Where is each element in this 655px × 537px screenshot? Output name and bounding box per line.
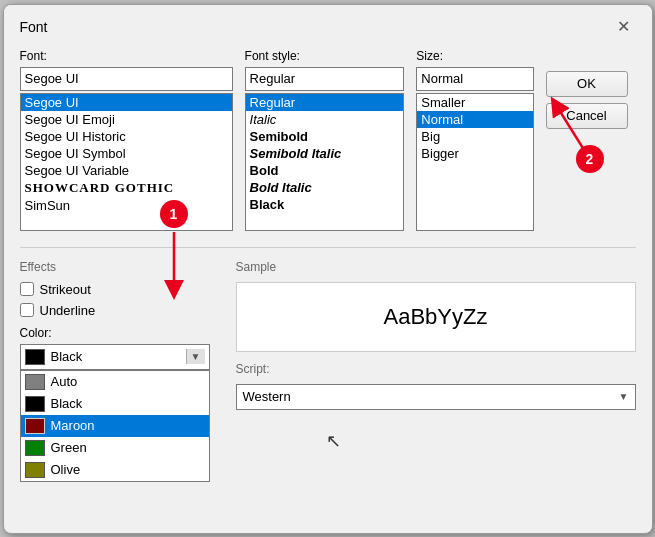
color-swatch-olive [25,462,45,478]
sample-label: Sample [236,260,636,274]
size-column: Size: Smaller Normal Big Bigger [416,49,533,231]
color-option-black[interactable]: Black [21,393,209,415]
annotation-2: 2 [576,145,604,173]
color-swatch-black [25,396,45,412]
script-dropdown-btn[interactable]: Western ▼ [236,384,636,410]
color-dropdown-btn[interactable]: Black ▼ [20,344,210,370]
list-item[interactable]: Segoe UI Symbol [21,145,232,162]
style-input[interactable] [245,67,405,91]
script-dropdown[interactable]: Western ▼ [236,384,636,410]
list-item[interactable]: Segoe UI Emoji [21,111,232,128]
color-dropdown[interactable]: Black ▼ Auto Black [20,344,210,370]
list-item[interactable]: Segoe UI [21,94,232,111]
effects-label: Effects [20,260,220,274]
size-input[interactable] [416,67,533,91]
size-label: Size: [416,49,533,63]
cancel-button[interactable]: Cancel [546,103,628,129]
dialog-title: Font [20,19,48,35]
underline-checkbox[interactable] [20,303,34,317]
annotation-1: 1 [160,200,188,228]
script-value: Western [243,389,291,404]
buttons-column: OK Cancel 2 [546,49,636,231]
color-option-auto-label: Auto [51,374,78,389]
list-item[interactable]: Bold [246,162,404,179]
underline-row: Underline [20,303,220,318]
color-option-olive[interactable]: Olive [21,459,209,481]
underline-label: Underline [40,303,96,318]
color-option-maroon[interactable]: Maroon [21,415,209,437]
ok-button[interactable]: OK [546,71,628,97]
color-dropdown-list: Auto Black Maroon Green [20,370,210,482]
list-item[interactable]: Bold Italic [246,179,404,196]
font-input[interactable] [20,67,233,91]
style-list[interactable]: Regular Italic Semibold Semibold Italic … [245,93,405,231]
color-option-auto[interactable]: Auto [21,371,209,393]
color-swatch-auto [25,374,45,390]
sample-text: AaBbYyZz [384,304,488,330]
color-value: Black [51,349,83,364]
list-item[interactable]: Semibold Italic [246,145,404,162]
color-option-olive-label: Olive [51,462,81,477]
color-option-maroon-label: Maroon [51,418,95,433]
list-item[interactable]: Big [417,128,532,145]
font-dialog: Font ✕ Font: Segoe UI Segoe UI Emoji Seg… [3,4,653,534]
effects-column: Effects Strikeout Underline Color: Black… [20,260,220,452]
list-item[interactable]: ShowCard Gothic [21,179,232,197]
font-column: Font: Segoe UI Segoe UI Emoji Segoe UI H… [20,49,233,231]
sample-box: AaBbYyZz [236,282,636,352]
list-item[interactable]: Regular [246,94,404,111]
color-label: Color: [20,326,220,340]
cursor-icon: ↖ [326,431,341,451]
script-label: Script: [236,362,636,376]
list-item[interactable]: Black [246,196,404,213]
script-arrow-icon: ▼ [619,391,629,402]
list-item[interactable]: Segoe UI Variable [21,162,232,179]
list-item[interactable]: Segoe UI Historic [21,128,232,145]
sample-column: Sample AaBbYyZz Script: Western ▼ ↖ [236,260,636,452]
list-item[interactable]: Bigger [417,145,532,162]
dialog-body: Font: Segoe UI Segoe UI Emoji Segoe UI H… [4,45,652,464]
font-label: Font: [20,49,233,63]
list-item[interactable]: Italic [246,111,404,128]
list-item[interactable]: Smaller [417,94,532,111]
color-swatch [25,349,45,365]
strikeout-checkbox[interactable] [20,282,34,296]
strikeout-row: Strikeout [20,282,220,297]
bottom-section: Effects Strikeout Underline Color: Black… [20,247,636,452]
color-option-black-label: Black [51,396,83,411]
color-swatch-maroon [25,418,45,434]
list-item[interactable]: Normal [417,111,532,128]
list-item[interactable]: SimSun [21,197,232,214]
color-option-green-label: Green [51,440,87,455]
title-bar: Font ✕ [4,5,652,45]
font-list[interactable]: Segoe UI Segoe UI Emoji Segoe UI Histori… [20,93,233,231]
style-label: Font style: [245,49,405,63]
top-section: Font: Segoe UI Segoe UI Emoji Segoe UI H… [20,49,636,231]
style-column: Font style: Regular Italic Semibold Semi… [245,49,405,231]
dropdown-arrow-icon[interactable]: ▼ [186,349,205,364]
size-list[interactable]: Smaller Normal Big Bigger [416,93,533,231]
strikeout-label: Strikeout [40,282,91,297]
close-button[interactable]: ✕ [612,15,636,39]
color-swatch-green [25,440,45,456]
list-item[interactable]: Semibold [246,128,404,145]
color-option-green[interactable]: Green [21,437,209,459]
